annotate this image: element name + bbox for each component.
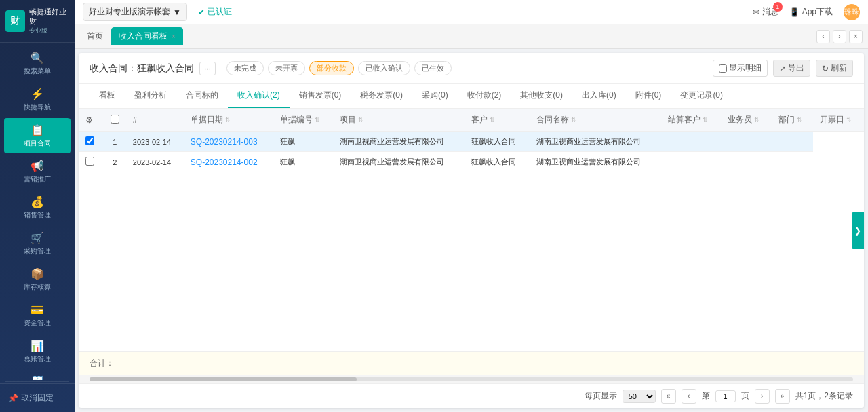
sub-tab-purchase[interactable]: 采购(0) [412,84,458,108]
row-number-link-2[interactable]: SQ-20230214-002 [191,157,258,167]
show-detail-checkbox[interactable] [719,64,727,73]
tab-prev-arrow[interactable]: ‹ [816,30,830,43]
row-number-1[interactable]: SQ-20230214-003 [184,132,273,152]
tab-close-contract[interactable]: × [172,33,176,40]
refresh-button[interactable]: ↻ 刷新 [816,60,853,77]
status-tag-uninvoiced[interactable]: 未开票 [268,61,305,75]
col-header-project[interactable]: 项目⇅ [333,109,465,132]
tab-next-arrow[interactable]: › [833,30,846,43]
sub-tab-tax_invoice[interactable]: 税务发票(0) [351,84,412,108]
col-header-invoice_date[interactable]: 开票日⇅ [813,109,864,132]
sidebar-item-sales[interactable]: 💰 销售管理 [4,190,71,225]
status-tag-confirmed[interactable]: 已收入确认 [358,61,410,75]
col-header-number[interactable]: 单据编号⇅ [273,109,333,132]
select-all-checkbox[interactable] [111,115,119,124]
quick-nav-icon: ⚡ [31,88,44,100]
message-button[interactable]: ✉ 消息 1 [753,6,778,18]
first-page-button[interactable]: « [661,389,676,404]
tab-label-home: 首页 [87,31,103,42]
col-header-date[interactable]: 单据日期⇅ [184,109,273,132]
message-badge: 1 [773,2,783,12]
project-icon: 📋 [31,124,44,136]
col-header-settings: ⚙ [79,109,104,132]
status-tag-partial_received[interactable]: 部分收款 [309,61,354,75]
main-area: 好业财专业版演示帐套 ▼ ✔ 已认证 ✉ 消息 1 📱 App下载 珠珠 首页收… [75,0,868,412]
sidebar-item-search[interactable]: 🔍 搜索菜单 [4,46,71,81]
row-contract-name-2: 狂飙收入合同 [465,152,530,172]
sidebar-item-purchase[interactable]: 🛒 采购管理 [4,226,71,261]
tab-close-all[interactable]: × [849,30,863,43]
sub-tab-other_income[interactable]: 其他收支(0) [511,84,572,108]
unpin-button[interactable]: 📌 取消固定 [5,390,69,407]
last-page-button[interactable]: » [775,389,790,404]
row-checkbox-2[interactable] [85,157,94,166]
show-detail-toggle[interactable]: 显示明细 [713,60,768,77]
status-tag-effective[interactable]: 已生效 [414,61,452,75]
col-header-department[interactable]: 部门⇅ [772,109,813,132]
sub-tab-warehouse[interactable]: 出入库(0) [572,84,626,108]
sidebar-label-marketing: 营销推广 [24,174,51,184]
message-icon: ✉ [753,7,760,17]
sub-tab-profit[interactable]: 盈利分析 [125,84,176,108]
sidebar-label-purchase: 采购管理 [24,246,51,256]
sidebar-item-project[interactable]: 📋 项目合同 [4,118,71,153]
row-number-link-1[interactable]: SQ-20230214-003 [191,137,258,147]
sub-tab-payment[interactable]: 收付款(2) [458,84,511,108]
col-header-salesperson[interactable]: 业务员⇅ [721,109,772,132]
col-label-project: 项目 [340,114,356,126]
tab-home[interactable]: 首页 [80,28,110,45]
row-department-1 [721,132,772,152]
row-date-2: 2023-02-14 [126,152,184,172]
row-checkbox-1[interactable] [85,136,94,145]
check-icon: ✔ [198,7,205,17]
table-container[interactable]: ⚙#单据日期⇅单据编号⇅项目⇅客户⇅合同名称⇅结算客户⇅业务员⇅部门⇅开票日⇅ … [79,109,864,351]
pin-icon: 📌 [8,394,18,403]
row-number-2[interactable]: SQ-20230214-002 [184,152,273,172]
user-menu[interactable]: 珠珠 [844,4,860,20]
row-contract-name-1: 狂飙收入合同 [465,132,530,152]
sidebar-item-invoice[interactable]: 🧾 发票管理 [4,370,71,380]
row-end-customer-1: 湖南卫视商业运营发展有限公司 [530,132,661,152]
table-row[interactable]: 22023-02-14SQ-20230214-002狂飙湖南卫视商业运营发展有限… [79,152,864,172]
sidebar-item-inventory[interactable]: 📦 库存核算 [4,262,71,297]
page-size-select[interactable]: 2050100 [623,390,656,403]
col-label-end_customer: 结算客户 [668,114,701,126]
sidebar-bottom: 📌 取消固定 [0,383,75,412]
scroll-thumb[interactable] [90,377,357,381]
tab-contract[interactable]: 收入合同看板× [111,27,183,45]
col-header-end_customer[interactable]: 结算客户⇅ [661,109,721,132]
sidebar-item-general[interactable]: 📊 总账管理 [4,334,71,369]
sub-tab-overview[interactable]: 看板 [90,84,125,108]
col-header-customer[interactable]: 客户⇅ [465,109,530,132]
col-label-number: 单据编号 [280,114,313,126]
horizontal-scrollbar[interactable] [79,375,864,383]
prev-page-button[interactable]: ‹ [682,389,696,404]
content-panel: 收入合同：狂飙收入合同 ··· 未完成未开票部分收款已收入确认已生效 显示明细 … [79,53,864,408]
next-page-button[interactable]: › [755,389,770,404]
sidebar-item-fund[interactable]: 💳 资金管理 [4,298,71,333]
company-selector[interactable]: 好业财专业版演示帐套 ▼ [83,3,187,21]
sub-tab-attachment[interactable]: 附件(0) [626,84,671,108]
sub-tab-standards[interactable]: 合同标的 [176,84,228,108]
table-row[interactable]: 12023-02-14SQ-20230214-003狂飙湖南卫视商业运营发展有限… [79,132,864,152]
export-button[interactable]: ↗ 导出 [773,60,810,77]
sub-tab-sales_invoice[interactable]: 销售发票(0) [290,84,351,108]
status-tag-incomplete[interactable]: 未完成 [226,61,264,75]
sidebar-label-inventory: 库存核算 [24,282,51,292]
sidebar-label-quick-nav: 快捷导航 [24,102,51,112]
right-panel-button[interactable]: ❯ [852,212,864,249]
refresh-label: 刷新 [831,62,847,74]
app-download-button[interactable]: 📱 App下载 [789,6,833,18]
sidebar-label-search: 搜索菜单 [24,67,51,76]
sidebar-item-marketing[interactable]: 📢 营销推广 [4,154,71,189]
row-end-customer-2: 湖南卫视商业运营发展有限公司 [530,152,661,172]
row-project-1: 狂飙 [273,132,333,152]
sub-tab-change_record[interactable]: 变更记录(0) [671,84,732,108]
sidebar-divider [5,381,69,382]
sidebar-item-quick-nav[interactable]: ⚡ 快捷导航 [4,82,71,117]
settings-icon[interactable]: ⚙ [85,115,93,125]
page-number-input[interactable] [715,390,736,402]
col-header-contract_name[interactable]: 合同名称⇅ [530,109,661,132]
more-button[interactable]: ··· [199,62,216,75]
sub-tab-confirm_income[interactable]: 收入确认(2) [228,84,290,108]
